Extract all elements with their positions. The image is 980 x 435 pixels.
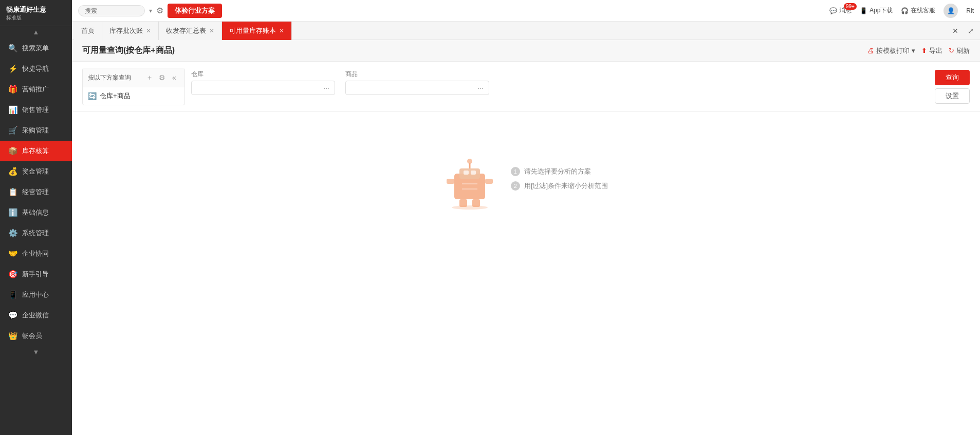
- sidebar-item-应用中心[interactable]: 📱应用中心: [0, 285, 72, 305]
- filter-warehouse-input-wrap: ···: [191, 81, 335, 95]
- svg-rect-9: [485, 179, 493, 184]
- tab-close-2[interactable]: ✕: [209, 27, 214, 34]
- query-button[interactable]: 查询: [935, 70, 970, 85]
- topbar-right: 💬 消息 99+ 📱 App下载 🎧 在线客服 👤 Rit: [829, 4, 974, 18]
- tab-首页[interactable]: 首页: [74, 22, 102, 40]
- scheme-title: 按以下方案查询: [88, 73, 131, 82]
- user-avatar[interactable]: 👤: [944, 4, 958, 18]
- tab-label-0: 首页: [81, 26, 95, 35]
- print-btn[interactable]: 🖨 按模板打印 ▾: [867, 46, 915, 55]
- topbar-search-input[interactable]: [78, 5, 145, 16]
- sidebar-nav: ▲ 🔍搜索菜单⚡快捷导航🎁营销推广📊销售管理🛒采购管理📦库存核算💰资金管理📋经营…: [0, 26, 72, 435]
- sidebar-item-搜索菜单[interactable]: 🔍搜索菜单: [0, 38, 72, 59]
- sidebar-item-采购管理[interactable]: 🛒采购管理: [0, 120, 72, 141]
- svg-point-12: [452, 205, 488, 210]
- topbar-app-download[interactable]: 📱 App下载: [860, 6, 893, 15]
- sidebar-item-新手引导[interactable]: 🎯新手引导: [0, 264, 72, 285]
- sidebar-icon-4: 🛒: [8, 126, 18, 135]
- filter-product-input[interactable]: [351, 84, 474, 92]
- topbar-dropdown-icon[interactable]: ▾: [149, 7, 152, 14]
- sidebar-item-库存核算[interactable]: 📦库存核算: [0, 141, 72, 161]
- filter-warehouse-input[interactable]: [197, 84, 320, 92]
- tabbar-controls: ✕ ⤢: [948, 24, 980, 38]
- sidebar-label-6: 资金管理: [22, 167, 49, 176]
- sidebar-icon-0: 🔍: [8, 44, 18, 53]
- tab-收发存汇总表[interactable]: 收发存汇总表✕: [159, 22, 222, 40]
- sidebar-item-企业协同[interactable]: 🤝企业协同: [0, 243, 72, 264]
- hint-text-2: 用[过滤]条件来缩小分析范围: [524, 181, 608, 191]
- print-dropdown-icon[interactable]: ▾: [912, 47, 915, 54]
- sidebar-label-5: 库存核算: [22, 146, 49, 156]
- sidebar-icon-2: 🎁: [8, 85, 18, 94]
- tab-可用量库存账本[interactable]: 可用量库存账本✕: [222, 22, 292, 40]
- empty-state-content: 1 请先选择要分析的方案 2 用[过滤]条件来缩小分析范围: [444, 153, 608, 204]
- svg-point-5: [467, 159, 472, 164]
- filter-area: 仓库 ··· 商品 ···: [191, 68, 929, 95]
- sidebar-label-4: 采购管理: [22, 126, 49, 135]
- settings-button[interactable]: 设置: [935, 88, 970, 104]
- filter-warehouse-more-icon[interactable]: ···: [323, 84, 329, 92]
- sidebar-icon-6: 💰: [8, 167, 18, 176]
- topbar-online-service[interactable]: 🎧 在线客服: [901, 6, 935, 15]
- sidebar-scroll-down[interactable]: ▼: [0, 346, 72, 358]
- sidebar-item-销售管理[interactable]: 📊销售管理: [0, 100, 72, 120]
- sidebar-label-1: 快捷导航: [22, 64, 49, 73]
- sidebar-icon-14: 👑: [8, 331, 18, 341]
- main-area: ▾ ⚙ 体验行业方案 💬 消息 99+ 📱 App下载 🎧 在线客服 👤 Rit…: [72, 0, 980, 435]
- refresh-btn[interactable]: ↻ 刷新: [949, 46, 970, 55]
- sidebar-logo: 畅康通好生意 标准版: [0, 0, 72, 26]
- query-actions: 查询 设置: [935, 68, 970, 104]
- tab-close-3[interactable]: ✕: [279, 27, 284, 34]
- sidebar-label-0: 搜索菜单: [22, 44, 49, 53]
- scheme-collapse-btn[interactable]: «: [169, 72, 179, 83]
- username[interactable]: Rit: [966, 7, 974, 14]
- service-label: 在线客服: [911, 6, 935, 15]
- topbar: ▾ ⚙ 体验行业方案 💬 消息 99+ 📱 App下载 🎧 在线客服 👤 Rit: [72, 0, 980, 22]
- svg-rect-2: [464, 171, 469, 175]
- topbar-message[interactable]: 💬 消息 99+: [829, 6, 852, 15]
- export-icon: ⬆: [921, 47, 927, 54]
- scheme-add-btn[interactable]: +: [144, 72, 155, 83]
- sidebar-item-营销推广[interactable]: 🎁营销推广: [0, 79, 72, 100]
- sidebar-icon-13: 💬: [8, 311, 18, 320]
- sidebar-item-资金管理[interactable]: 💰资金管理: [0, 161, 72, 182]
- sidebar-icon-5: 📦: [8, 146, 18, 156]
- hint-text-1: 请先选择要分析的方案: [524, 167, 591, 176]
- scheme-header: 按以下方案查询 + ⚙ «: [83, 68, 184, 87]
- sidebar-item-快捷导航[interactable]: ⚡快捷导航: [0, 59, 72, 79]
- page-content: 可用量查询(按仓库+商品) 🖨 按模板打印 ▾ ⬆ 导出 ↻ 刷新: [72, 40, 980, 435]
- topbar-gear-icon[interactable]: ⚙: [156, 6, 163, 15]
- message-icon: 💬: [829, 7, 837, 14]
- sidebar-icon-11: 🎯: [8, 270, 18, 279]
- sidebar-item-系统管理[interactable]: ⚙️系统管理: [0, 223, 72, 243]
- refresh-label: 刷新: [956, 46, 970, 55]
- filter-warehouse-label: 仓库: [191, 70, 335, 79]
- page-header-actions: 🖨 按模板打印 ▾ ⬆ 导出 ↻ 刷新: [867, 46, 970, 55]
- sidebar-item-畅会员[interactable]: 👑畅会员: [0, 326, 72, 346]
- query-section: 按以下方案查询 + ⚙ « 🔄 仓库+商品 仓库: [72, 62, 980, 112]
- sidebar: 畅康通好生意 标准版 ▲ 🔍搜索菜单⚡快捷导航🎁营销推广📊销售管理🛒采购管理📦库…: [0, 0, 72, 435]
- hint-item-2: 2 用[过滤]条件来缩小分析范围: [511, 181, 608, 191]
- tab-close-btn[interactable]: ✕: [948, 24, 963, 38]
- tab-expand-btn[interactable]: ⤢: [964, 24, 978, 38]
- sidebar-item-企业微信[interactable]: 💬企业微信: [0, 305, 72, 326]
- sidebar-icon-1: ⚡: [8, 64, 18, 73]
- sidebar-item-基础信息[interactable]: ℹ️基础信息: [0, 202, 72, 223]
- scheme-settings-btn[interactable]: ⚙: [157, 72, 167, 83]
- svg-rect-3: [471, 171, 476, 175]
- print-icon: 🖨: [867, 47, 874, 54]
- tab-库存批次账[interactable]: 库存批次账✕: [102, 22, 159, 40]
- export-btn[interactable]: ⬆ 导出: [921, 46, 942, 55]
- tab-label-3: 可用量库存账本: [229, 26, 276, 35]
- tab-close-1[interactable]: ✕: [146, 27, 151, 34]
- scheme-item-warehouse-product[interactable]: 🔄 仓库+商品: [83, 87, 184, 105]
- sidebar-item-经营管理[interactable]: 📋经营管理: [0, 182, 72, 202]
- filter-product-label: 商品: [345, 70, 489, 79]
- filter-product-more-icon[interactable]: ···: [477, 84, 484, 92]
- sidebar-icon-7: 📋: [8, 187, 18, 197]
- sidebar-scroll-up[interactable]: ▲: [0, 26, 72, 38]
- trial-btn[interactable]: 体验行业方案: [168, 4, 222, 18]
- sidebar-label-2: 营销推广: [22, 85, 49, 94]
- brand-sub: 标准版: [6, 14, 66, 22]
- sidebar-label-8: 基础信息: [22, 208, 49, 217]
